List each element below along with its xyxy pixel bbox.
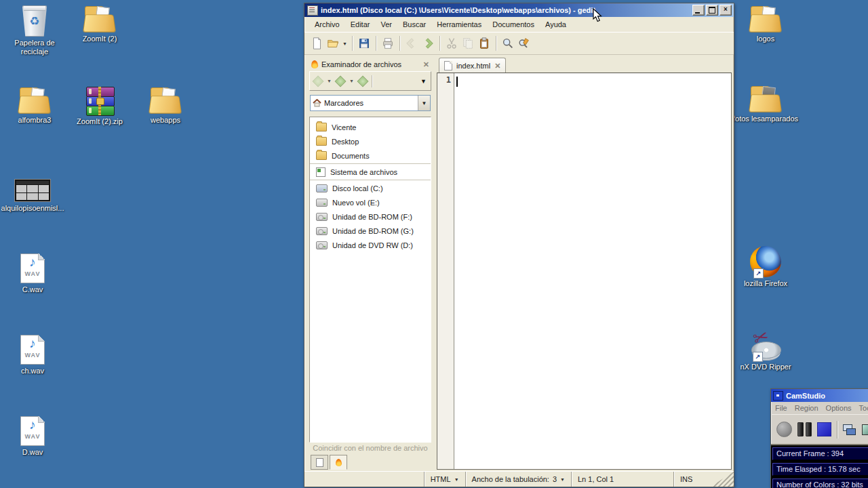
menu-documentos[interactable]: Documentos [488, 19, 539, 30]
bookmark-drive-c[interactable]: Disco local (C:) [310, 181, 431, 195]
replace-icon[interactable] [516, 35, 532, 52]
desktop-icon-zoomit-zip[interactable]: ZoomIt (2).zip [67, 87, 132, 126]
side-panel-close-icon[interactable]: ✕ [423, 61, 429, 68]
menu-options[interactable]: Options [826, 404, 852, 412]
open-dropdown-icon[interactable]: ▼ [341, 35, 349, 52]
gedit-toolbar: ▼ [304, 33, 734, 55]
save-icon[interactable] [356, 35, 372, 52]
gedit-titlebar[interactable]: index.html (Disco local (C:) \Users\Vice… [304, 3, 734, 17]
desktop-icon-alquilopiso-image[interactable]: alquilopisoenmisl... [0, 179, 65, 213]
desktop-icon-label: Papelera de reciclaje [2, 39, 67, 56]
forward-dropdown-icon[interactable]: ▼ [349, 79, 354, 83]
new-document-icon[interactable] [309, 35, 325, 52]
desktop-icon-alfombra3[interactable]: alfombra3 [2, 87, 67, 125]
bookmark-desktop[interactable]: Desktop [310, 134, 431, 148]
desktop-icon-dvd-ripper[interactable]: ✂ ↗ nX DVD Ripper [733, 329, 798, 371]
stop-button[interactable] [817, 422, 831, 436]
nav-overflow-dropdown-icon[interactable]: ▼ [420, 78, 427, 85]
camstudio-title: CamStudio [786, 392, 825, 400]
file-browser-panel-tab[interactable] [330, 455, 347, 470]
combobox-dropdown-icon[interactable]: ▼ [418, 96, 430, 110]
print-icon[interactable] [380, 35, 396, 52]
minimize-button[interactable] [692, 5, 705, 16]
desktop-icon-firefox[interactable]: ↗ lozilla Firefox [733, 246, 798, 288]
menu-archivo[interactable]: Archivo [310, 19, 344, 30]
desktop-icon-label: fotos lesamparados [733, 115, 798, 123]
desktop-icon-webapps[interactable]: webapps [133, 87, 198, 125]
panel-splitter[interactable] [431, 58, 437, 470]
find-icon[interactable] [500, 35, 516, 52]
file-browser-icon [311, 60, 319, 69]
dropdown-icon: ▼ [560, 477, 565, 482]
camstudio-titlebar[interactable]: CamStudio [771, 389, 868, 402]
menu-ver[interactable]: Ver [376, 19, 397, 30]
document-icon [444, 61, 452, 70]
home-icon [313, 99, 321, 107]
cut-icon[interactable] [443, 35, 460, 52]
record-button[interactable] [776, 422, 792, 437]
close-button[interactable]: × [719, 5, 732, 16]
desktop-icon-ch-wav[interactable]: ♪ WAV ch.wav [0, 335, 65, 375]
desktop-icon-recycle-bin[interactable]: ♻ Papelera de reciclaje [2, 5, 67, 56]
back-icon[interactable] [313, 75, 324, 87]
menu-ayuda[interactable]: Ayuda [540, 19, 571, 30]
wav-file-icon: ♪ WAV [20, 335, 45, 365]
firefox-icon: ↗ [750, 246, 781, 277]
bookmark-documents[interactable]: Documents [310, 148, 431, 163]
bookmark-drive-d[interactable]: Unidad de DVD RW (D:) [310, 238, 431, 252]
back-dropdown-icon[interactable]: ▼ [327, 79, 332, 83]
language-selector[interactable]: HTML ▼ [424, 472, 465, 487]
menu-tools[interactable]: Tools [859, 404, 868, 412]
camstudio-menubar: File Region Options Tools [771, 402, 868, 414]
optical-drive-icon [316, 213, 328, 221]
annotation-icon[interactable] [843, 424, 856, 435]
shortcut-arrow-icon: ↗ [753, 352, 763, 362]
up-icon[interactable] [357, 75, 368, 87]
redo-icon[interactable] [420, 35, 436, 52]
desktop-icon-c-wav[interactable]: ♪ WAV C.wav [0, 253, 65, 294]
desktop-icon-d-wav[interactable]: ♪ WAV D.wav [0, 416, 65, 457]
wav-file-icon: ♪ WAV [20, 416, 45, 446]
bookmark-drive-g[interactable]: Unidad de BD-ROM (G:) [310, 224, 431, 238]
location-combobox-value: Marcadores [324, 99, 363, 107]
maximize-button[interactable] [706, 5, 718, 16]
desktop: { "colors": { "desktop_background": "#3B… [0, 0, 868, 488]
paste-icon[interactable] [476, 35, 492, 52]
screen-capture-icon[interactable] [862, 424, 868, 435]
file-browser-panel: Examinador de archivos ✕ ▼ ▼ ▼ Marcadore… [309, 58, 431, 470]
desktop-icon-label: D.wav [0, 448, 65, 457]
text-caret [456, 77, 458, 87]
menu-region[interactable]: Region [795, 404, 818, 412]
folder-icon [316, 123, 327, 131]
bookmark-filesystem[interactable]: Sistema de archivos [310, 165, 431, 179]
desktop-icon-fotos[interactable]: fotos lesamparados [733, 85, 798, 123]
menu-buscar[interactable]: Buscar [398, 19, 431, 30]
cursor-position: Ln 1, Col 1 [571, 472, 673, 487]
side-panel-header: Examinador de archivos ✕ [309, 58, 431, 71]
location-combobox[interactable]: Marcadores ▼ [310, 95, 431, 111]
copy-icon[interactable] [460, 35, 476, 52]
menu-editar[interactable]: Editar [346, 19, 375, 30]
winrar-archive-icon [86, 87, 113, 115]
desktop-icon-label: ZoomIt (2) [67, 35, 132, 43]
bookmark-drive-e[interactable]: Nuevo vol (E:) [310, 195, 431, 209]
pause-button[interactable] [797, 422, 812, 436]
menu-herramientas[interactable]: Herramientas [432, 19, 486, 30]
tab-close-icon[interactable]: ✕ [494, 62, 500, 69]
text-editor[interactable]: 1 [437, 73, 732, 470]
menu-file[interactable]: File [775, 404, 787, 412]
tab-width-selector[interactable]: Ancho de la tabulación: 3 ▼ [465, 472, 571, 487]
resize-grip[interactable] [711, 472, 734, 487]
tab-index-html[interactable]: index.html ✕ [439, 58, 506, 73]
bookmark-vicente[interactable]: Vicente [310, 120, 431, 134]
undo-icon[interactable] [403, 35, 420, 52]
open-file-icon[interactable] [325, 35, 341, 52]
bookmark-drive-f[interactable]: Unidad de BD-ROM (F:) [310, 209, 431, 224]
forward-icon[interactable] [334, 75, 346, 87]
desktop-icon-logos[interactable]: logos [733, 5, 798, 43]
wav-file-icon: ♪ WAV [20, 253, 45, 283]
match-filename-option[interactable]: Coincidir con el nombre de archivo [309, 443, 431, 454]
desktop-icon-zoomit-folder[interactable]: ZoomIt (2) [67, 5, 132, 43]
dropdown-icon: ▼ [454, 477, 459, 482]
documents-panel-tab[interactable] [311, 455, 328, 470]
